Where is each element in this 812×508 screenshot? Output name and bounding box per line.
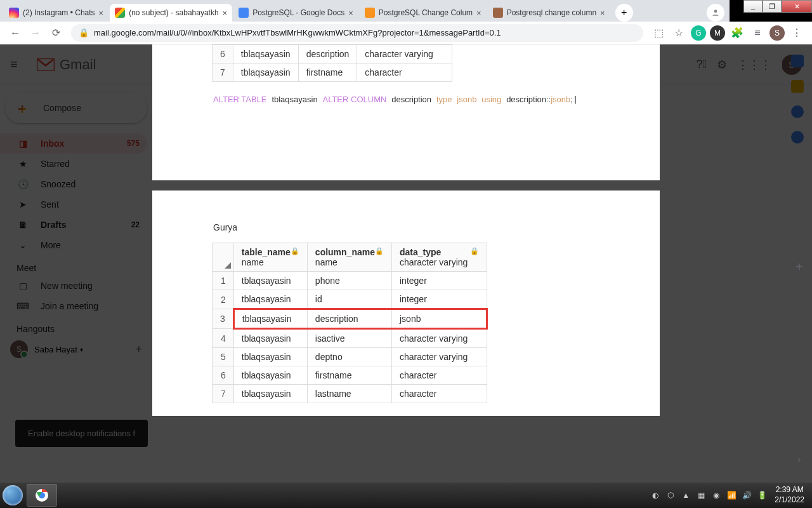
battery-icon[interactable]: 🔋 — [756, 490, 768, 501]
lock-icon: 🔒 — [470, 247, 479, 255]
close-icon[interactable]: × — [600, 8, 605, 18]
extension-icon[interactable]: M — [710, 25, 725, 41]
menu-button[interactable]: ⋮ — [789, 25, 804, 41]
bookmark-icon[interactable]: ☆ — [671, 25, 686, 41]
close-icon[interactable]: × — [348, 8, 353, 18]
taskbar-chrome[interactable] — [27, 484, 57, 507]
tab-pg-column[interactable]: Postgresql change column × — [488, 4, 610, 22]
svg-point-0 — [714, 10, 717, 13]
new-tab-button[interactable]: + — [615, 4, 633, 22]
section-label: Gurya — [213, 222, 660, 232]
table-row-highlighted: 3tblaqsayasindescriptionjsonb — [213, 309, 487, 329]
forward-button[interactable]: → — [28, 25, 43, 41]
extensions-button[interactable]: 🧩 — [730, 25, 745, 41]
close-icon[interactable]: × — [476, 8, 481, 18]
profile-avatar[interactable]: S — [769, 25, 785, 41]
lock-icon: 🔒 — [375, 247, 384, 255]
tab-title: PostgreSQL - Google Docs — [252, 8, 344, 17]
window-controls: _ ❐ ✕ — [743, 0, 812, 13]
reload-button[interactable]: ⟳ — [48, 25, 63, 41]
grammarly-icon[interactable]: G — [691, 25, 706, 41]
volume-icon[interactable]: 🔊 — [741, 490, 752, 501]
tray-icon[interactable]: ⬡ — [665, 490, 676, 501]
docs-icon — [239, 8, 249, 18]
tab-title: (no subject) - sabahayatkh — [129, 8, 218, 17]
table-row: 1tblaqsayasinphoneinteger — [213, 272, 487, 290]
url-text: mail.google.com/mail/u/0/#inbox/KtbxLwHP… — [94, 28, 501, 37]
table-row: 2tblaqsayasinidinteger — [213, 290, 487, 309]
lock-icon: 🔒 — [291, 247, 299, 255]
instagram-icon — [9, 8, 19, 18]
browser-tab-strip: (2) Instagram • Chats × (no subject) - s… — [0, 0, 730, 22]
browser-toolbar: ← → ⟳ 🔒 mail.google.com/mail/u/0/#inbox/… — [0, 22, 812, 44]
back-button[interactable]: ← — [8, 25, 23, 41]
lock-icon: 🔒 — [79, 28, 89, 37]
sql-statement: ALTER TABLE tblaqsayasin ALTER COLUMN de… — [213, 95, 660, 104]
tab-instagram[interactable]: (2) Instagram • Chats × — [4, 4, 108, 22]
tray-icon[interactable]: ▦ — [695, 490, 707, 501]
gmail-icon — [115, 8, 125, 18]
tray-icon[interactable]: ◉ — [710, 490, 722, 501]
table-header-row: table_name🔒name column_name🔒name data_ty… — [213, 243, 487, 272]
table-row: 5tblaqsayasindeptnocharacter varying — [213, 348, 487, 366]
table-row: 6tblaqsayasinfirstnamecharacter — [213, 366, 487, 385]
reading-list-icon[interactable]: ≡ — [750, 25, 765, 41]
tab-title: (2) Instagram • Chats — [23, 8, 95, 17]
network-icon[interactable]: 📶 — [726, 490, 737, 501]
start-button[interactable] — [0, 483, 25, 508]
close-icon[interactable]: × — [99, 8, 104, 18]
tab-title: PostgreSQL Change Colum — [379, 8, 473, 17]
close-window-button[interactable]: ✕ — [782, 0, 812, 13]
table-row: 7tblaqsayasinlastnamecharacter — [213, 385, 487, 403]
taskbar-clock[interactable]: 2:39 AM 2/1/2022 — [769, 485, 809, 505]
table-row: 6tblaqsayasindescriptioncharacter varyin… — [213, 45, 452, 64]
profile-dropdown[interactable] — [707, 4, 724, 22]
side-panel-collapse[interactable]: › — [787, 447, 812, 472]
tab-title: Postgresql change column — [507, 8, 596, 17]
address-bar[interactable]: 🔒 mail.google.com/mail/u/0/#inbox/KtbxLw… — [71, 24, 643, 42]
windows-taskbar: ◐ ⬡ ▲ ▦ ◉ 📶 🔊 🔋 2:39 AM 2/1/2022 — [0, 483, 812, 508]
site-icon — [365, 8, 375, 18]
result-table-main: table_name🔒name column_name🔒name data_ty… — [212, 243, 488, 403]
tray-icon[interactable]: ◐ — [650, 490, 661, 501]
attachment-viewer: 6tblaqsayasindescriptioncharacter varyin… — [152, 44, 660, 483]
system-tray: ◐ ⬡ ▲ ▦ ◉ 📶 🔊 🔋 2:39 AM 2/1/2022 — [648, 485, 812, 505]
table-row: 7tblaqsayasinfirstnamecharacter — [213, 64, 452, 82]
maximize-button[interactable]: ❐ — [763, 0, 782, 13]
result-table-top: 6tblaqsayasindescriptioncharacter varyin… — [212, 44, 452, 82]
install-icon[interactable]: ⬚ — [651, 25, 666, 41]
close-icon[interactable]: × — [223, 8, 228, 18]
tab-gmail[interactable]: (no subject) - sabahayatkh × — [110, 4, 232, 22]
tab-docs[interactable]: PostgreSQL - Google Docs × — [233, 4, 358, 22]
site-icon — [493, 8, 503, 18]
tray-icon[interactable]: ▲ — [680, 490, 691, 501]
tab-pg-change[interactable]: PostgreSQL Change Colum × — [360, 4, 487, 22]
minimize-button[interactable]: _ — [743, 0, 763, 13]
side-panel-add[interactable]: + — [787, 254, 812, 279]
table-row: 4tblaqsayasinisactivecharacter varying — [213, 329, 487, 348]
